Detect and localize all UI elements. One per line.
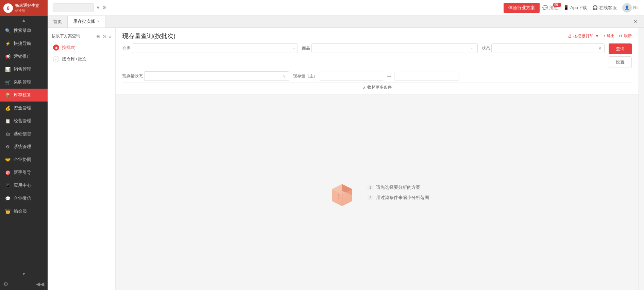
collapse-label: 收起更多条件: [367, 85, 392, 90]
status-select[interactable]: ∨: [491, 43, 605, 53]
sidebar-item-purchase[interactable]: 🛒 采购管理: [0, 76, 48, 89]
sidebar-item-beginner-guide[interactable]: 🎯 新手引导: [0, 166, 48, 179]
sidebar-item-label: 营销推广: [14, 53, 31, 59]
sidebar-item-enterprise-wechat[interactable]: 💬 企业微信: [0, 192, 48, 205]
refresh-button[interactable]: ↺ 刷新: [619, 33, 632, 39]
purchase-icon: 🛒: [5, 79, 11, 85]
warehouse-input[interactable]: ···: [132, 43, 298, 53]
add-filter-button[interactable]: ⊕: [96, 34, 100, 39]
print-button[interactable]: 🖨 按模板打印 ▼: [568, 33, 599, 39]
marketing-icon: 📢: [5, 53, 11, 59]
product-input[interactable]: ···: [311, 43, 477, 53]
sidebar-item-system[interactable]: ⚙ 系统管理: [0, 140, 48, 153]
filter-panel-title: 按以下方案查询: [52, 33, 80, 39]
sidebar-item-marketing[interactable]: 📢 营销推广: [0, 50, 48, 63]
query-header: 现存量查询(按批次) 🖨 按模板打印 ▼ ↑ 导出 ↺: [116, 28, 639, 95]
filter-panel-header: 按以下方案查询 ⊕ ⊙ «: [48, 31, 115, 42]
sidebar-item-label: 快捷导航: [14, 40, 31, 47]
tab-home[interactable]: 首页: [48, 16, 68, 28]
finance-icon: 💰: [5, 105, 11, 111]
right-panel-toggle[interactable]: ›: [639, 28, 644, 290]
settings-icon[interactable]: ⚙: [3, 281, 8, 287]
sidebar-item-app-center[interactable]: 📱 应用中心: [0, 179, 48, 192]
filter-item-by-warehouse-batch[interactable]: ○ 按仓库+批次: [48, 53, 115, 65]
messages-badge: 99+: [553, 3, 561, 7]
tab-close-button[interactable]: ×: [97, 19, 100, 24]
query-title-actions: 🖨 按模板打印 ▼ ↑ 导出 ↺ 刷新: [568, 33, 632, 39]
sidebar-item-label: 系统管理: [14, 144, 31, 150]
sidebar-item-basic-info[interactable]: 🗂 基础信息: [0, 127, 48, 140]
sidebar-nav: 🔍 搜索菜单 ⚡ 快捷导航 📢 营销推广 📊 销售管理 🛒 采购管理 📦 库存核…: [0, 24, 48, 270]
product-label: 商品: [302, 46, 310, 51]
topbar-actions: 体验行业方案 💬 消息 99+ 📱 App下载 🎧 在线客服 👤 Rit: [504, 3, 639, 13]
tab-panel-close-button[interactable]: ×: [633, 18, 637, 25]
phone-icon: 📱: [563, 5, 569, 10]
query-button[interactable]: 查询: [609, 43, 632, 54]
sidebar-item-label: 畅会员: [14, 208, 27, 214]
topbar-search-area: ▼ ⚙: [53, 3, 121, 12]
filter-row-2: 现存量状态 ∨ 现存量（主） —: [122, 71, 632, 81]
tab-inventory-batch[interactable]: 库存批次账 ×: [68, 16, 105, 28]
refresh-icon: ↺: [619, 34, 622, 38]
export-button[interactable]: ↑ 导出: [603, 33, 615, 39]
tip-number-1: 1: [367, 184, 373, 191]
messages-item[interactable]: 💬 消息 99+: [542, 5, 558, 11]
product-dots[interactable]: ···: [471, 46, 475, 51]
tab-home-label: 首页: [53, 19, 62, 25]
stock-qty-from-input[interactable]: [319, 72, 384, 80]
sidebar-item-sales[interactable]: 📊 销售管理: [0, 63, 48, 76]
sidebar-item-label: 库存核算: [14, 92, 31, 98]
settings-button[interactable]: 设置: [609, 56, 632, 68]
sidebar-item-finance[interactable]: 💰 资金管理: [0, 102, 48, 114]
sidebar-item-label: 采购管理: [14, 79, 31, 85]
collapse-filter-button[interactable]: «: [108, 34, 111, 39]
quicknav-icon: ⚡: [5, 40, 11, 47]
app-download-item[interactable]: 📱 App下载: [563, 5, 587, 11]
sidebar-item-label: 应用中心: [14, 182, 31, 188]
query-title-row: 现存量查询(按批次) 🖨 按模板打印 ▼ ↑ 导出 ↺: [122, 32, 632, 40]
topbar-icon-group: 💬 消息 99+ 📱 App下载 🎧 在线客服 👤 Rit: [542, 3, 639, 13]
sidebar-item-quicknav[interactable]: ⚡ 快捷导航: [0, 37, 48, 50]
online-service-item[interactable]: 🎧 在线客服: [592, 5, 617, 11]
product-field: 商品 ···: [302, 43, 477, 53]
collapse-more-button[interactable]: ∧ 收起更多条件: [122, 82, 632, 92]
warehouse-dots[interactable]: ···: [291, 46, 295, 51]
refresh-label: 刷新: [624, 33, 632, 39]
sidebar-item-label: 销售管理: [14, 66, 31, 72]
stock-status-field: 现存量状态 ∨: [122, 71, 289, 81]
empty-box-svg: !: [325, 176, 359, 210]
tip-number-2: 2: [367, 195, 373, 201]
sidebar-item-enterprise-collab[interactable]: 🤝 企业协同: [0, 153, 48, 166]
settings-icon[interactable]: ⚙: [102, 5, 106, 10]
sidebar-scroll-up[interactable]: ▲: [0, 16, 48, 24]
sidebar-item-member[interactable]: 👑 畅会员: [0, 205, 48, 218]
stock-qty-label: 现存量（主）: [293, 73, 318, 79]
filter-item-by-batch[interactable]: ◉ 按批次: [48, 42, 115, 53]
user-avatar-item[interactable]: 👤 Rit: [622, 3, 639, 13]
collapse-icon[interactable]: ◀◀: [36, 281, 44, 287]
stock-status-select[interactable]: ∨: [144, 71, 289, 81]
app-subtitle: 标准版: [15, 8, 39, 13]
trial-button[interactable]: 体验行业方案: [504, 3, 540, 13]
empty-state: ! 1 请先选择要分析的方案 2 用过滤条件来缩小分析范围: [116, 95, 639, 290]
query-area: 现存量查询(按批次) 🖨 按模板打印 ▼ ↑ 导出 ↺: [116, 28, 639, 290]
sidebar-item-operations[interactable]: 📋 经营管理: [0, 114, 48, 127]
sidebar-item-label: 基础信息: [14, 131, 31, 137]
sidebar-scroll-down[interactable]: ▼: [0, 270, 48, 278]
empty-state-content: ! 1 请先选择要分析的方案 2 用过滤条件来缩小分析范围: [325, 176, 429, 210]
dropdown-icon[interactable]: ▼: [96, 5, 100, 10]
print-dropdown-icon[interactable]: ▼: [595, 34, 599, 38]
right-panel-icon: ›: [640, 158, 643, 159]
enterprise-wechat-icon: 💬: [5, 195, 11, 201]
filter-panel-actions: ⊕ ⊙ «: [96, 34, 111, 39]
sidebar-item-search[interactable]: 🔍 搜索菜单: [0, 24, 48, 37]
range-dash: —: [386, 74, 393, 79]
stock-qty-to-input[interactable]: [394, 72, 459, 80]
sidebar-item-inventory[interactable]: 📦 库存核算: [0, 89, 48, 102]
filter-settings-button[interactable]: ⊙: [102, 34, 106, 39]
online-service-label: 在线客服: [599, 5, 617, 11]
tab-bar-wrapper: 首页 库存批次账 × ×: [48, 16, 644, 28]
status-arrow: ∨: [598, 46, 601, 51]
sidebar-item-label: 新手引导: [14, 169, 31, 176]
sidebar-item-label: 企业协同: [14, 157, 31, 163]
